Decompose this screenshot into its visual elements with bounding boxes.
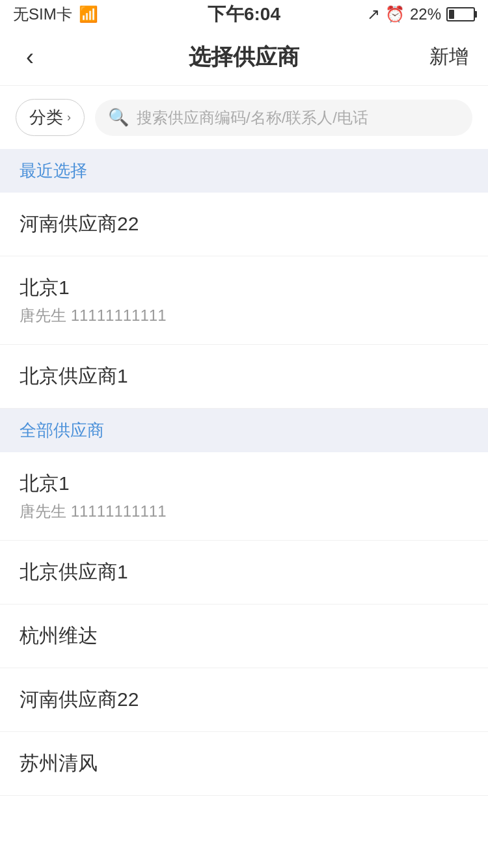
item-sub: 唐先生 11111111111 — [20, 305, 468, 326]
item-name: 北京供应商1 — [20, 363, 468, 390]
list-item[interactable]: 苏州清风 — [0, 732, 488, 796]
carrier-text: 无SIM卡 — [13, 4, 72, 25]
list-item[interactable]: 北京供应商1 — [0, 345, 488, 409]
recent-section-header: 最近选择 — [0, 149, 488, 193]
recent-list: 河南供应商22 北京1 唐先生 11111111111 北京供应商1 — [0, 193, 488, 409]
nav-bar: ‹ 选择供应商 新增 — [0, 29, 488, 86]
wifi-icon: 📶 — [79, 5, 98, 23]
all-section-label: 全部供应商 — [20, 420, 104, 440]
item-name: 北京供应商1 — [20, 559, 468, 586]
search-icon: 🔍 — [108, 107, 129, 128]
item-name: 河南供应商22 — [20, 211, 468, 237]
filter-bar: 分类 › 🔍 搜索供应商编码/名称/联系人/电话 — [0, 86, 488, 149]
battery-icon — [446, 7, 475, 21]
list-item[interactable]: 河南供应商22 — [0, 193, 488, 256]
all-list: 北京1 唐先生 11111111111 北京供应商1 杭州维达 河南供应商22 … — [0, 452, 488, 796]
item-name: 河南供应商22 — [20, 686, 468, 713]
new-button[interactable]: 新增 — [429, 44, 468, 70]
list-item[interactable]: 北京1 唐先生 11111111111 — [0, 256, 488, 345]
item-sub: 唐先生 11111111111 — [20, 501, 468, 522]
page-title: 选择供应商 — [189, 42, 299, 72]
list-item[interactable]: 北京1 唐先生 11111111111 — [0, 452, 488, 541]
item-name: 北京1 — [20, 470, 468, 497]
list-item[interactable]: 北京供应商1 — [0, 541, 488, 604]
category-button[interactable]: 分类 › — [16, 99, 85, 136]
item-name: 苏州清风 — [20, 750, 468, 777]
status-bar: 无SIM卡 📶 下午6:04 ↗ ⏰ 22% — [0, 0, 488, 29]
list-item[interactable]: 河南供应商22 — [0, 668, 488, 732]
chevron-right-icon: › — [67, 111, 71, 124]
status-left: 无SIM卡 📶 — [13, 4, 98, 25]
search-box[interactable]: 🔍 搜索供应商编码/名称/联系人/电话 — [95, 100, 472, 136]
battery-percent: 22% — [410, 5, 441, 23]
back-button[interactable]: ‹ — [20, 37, 40, 77]
search-placeholder: 搜索供应商编码/名称/联系人/电话 — [137, 107, 368, 128]
status-right: ↗ ⏰ 22% — [367, 5, 475, 23]
location-icon: ↗ — [367, 5, 380, 23]
alarm-icon: ⏰ — [385, 5, 405, 23]
all-section-header: 全部供应商 — [0, 409, 488, 452]
recent-section-label: 最近选择 — [20, 161, 87, 180]
list-item[interactable]: 杭州维达 — [0, 604, 488, 668]
item-name: 杭州维达 — [20, 623, 468, 649]
status-time: 下午6:04 — [208, 2, 280, 27]
category-label: 分类 — [29, 106, 63, 129]
item-name: 北京1 — [20, 275, 468, 301]
